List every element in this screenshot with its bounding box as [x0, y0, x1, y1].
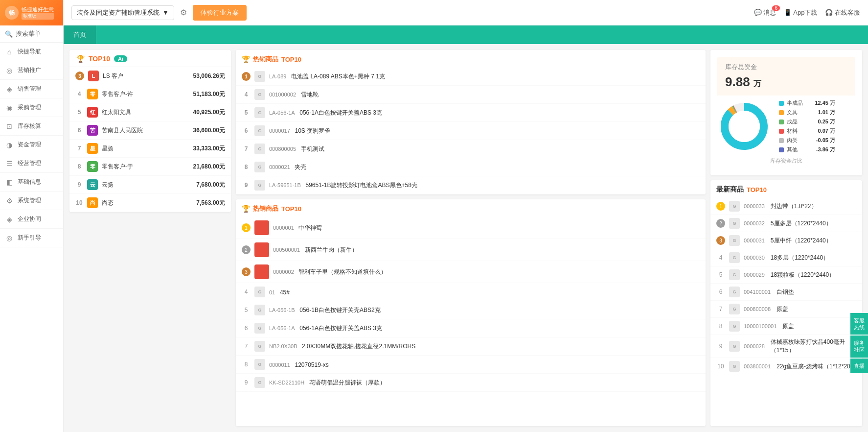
rank-number: 1 — [242, 223, 251, 232]
product-icon: G — [254, 305, 265, 315]
product-icon: G — [729, 269, 740, 280]
product-info: 0000011 12070519-xs — [269, 361, 329, 368]
rank-number: 4 — [242, 91, 251, 98]
guide-icon: ◎ — [5, 234, 14, 242]
customer-name: 苦南县人民医院 — [102, 126, 189, 135]
middle-panel: 🏆 热销商品 TOP10 1 G LA-089 电池盖 LA-089 ABS本色… — [236, 50, 706, 426]
product-code: 0000029 — [744, 272, 765, 278]
product-info: LA-089 电池盖 LA-089 ABS本色+黑种 7.1克 — [269, 72, 385, 81]
inventory-title: 库存总资金 — [725, 63, 847, 72]
product-code: 10000100001 — [744, 323, 777, 329]
list-item: 3 L LS 客户 53,006.26元 — [69, 67, 231, 85]
rank-number: 7 — [716, 306, 725, 312]
rank-number: 3 — [716, 236, 725, 245]
product-name: 白钢垫 — [777, 288, 794, 296]
list-item: 3 G 0000031 5厘中纤（1220*2440） — [710, 232, 862, 249]
product-code: 0000021 — [269, 164, 290, 170]
list-item: 1 G LA-089 电池盖 LA-089 ABS本色+黑种 7.1克 — [236, 68, 706, 86]
live-button[interactable]: 直播 — [850, 359, 868, 373]
avatar: 星 — [87, 143, 98, 154]
customer-amount: 21,680.00元 — [193, 163, 225, 171]
nav-label: 新手引导 — [18, 234, 41, 242]
product-name: 5厘多层（1220*2440） — [771, 219, 832, 228]
sidebar-item-enterprise[interactable]: ◈ 企业协同 — [0, 210, 63, 229]
sidebar-logo: 畅 畅捷通好生意 标准版 — [0, 0, 63, 25]
list-item: 4 G 0000030 18多层（1220*2440） — [710, 249, 862, 266]
hot-products-top-card: 🏆 热销商品 TOP10 1 G LA-089 电池盖 LA-089 ABS本色… — [236, 50, 706, 194]
list-item: 7 星 星扬 33,333.00元 — [69, 140, 231, 158]
sidebar-item-inventory[interactable]: ⊡ 库存核算 — [0, 117, 63, 136]
top10-label: TOP10 — [747, 186, 767, 193]
customer-service-button[interactable]: 客服热线 — [850, 313, 868, 335]
sidebar-item-finance[interactable]: ◑ 资金管理 — [0, 136, 63, 154]
sidebar-item-marketing[interactable]: ◎ 营销推广 — [0, 61, 63, 80]
list-item: 4 G 001000002 雪地靴 — [236, 86, 706, 104]
sidebar-item-purchase[interactable]: ◉ 采购管理 — [0, 98, 63, 117]
rank-number: 9 — [75, 181, 83, 188]
enterprise-icon: ◈ — [5, 216, 14, 223]
sidebar-item-guide[interactable]: ◎ 新手引导 — [0, 229, 63, 247]
inventory-ratio-label: 库存资金占比 — [717, 157, 855, 168]
list-item: 6 苦 苦南县人民医院 36,600.00元 — [69, 121, 231, 140]
product-name: 22g鱼豆腐-烧烤味（1*12*20） — [777, 362, 856, 371]
product-code: LA-056-1A — [269, 110, 295, 116]
product-image — [254, 242, 269, 257]
online-service-button[interactable]: 🎧 在线客服 — [825, 8, 860, 17]
sidebar-item-sales[interactable]: ◈ 销售管理 — [0, 80, 63, 98]
product-code: 0000017 — [269, 128, 290, 134]
product-icon: G — [729, 287, 740, 297]
legend-dot — [779, 147, 784, 152]
service-community-button[interactable]: 服务社区 — [850, 336, 868, 358]
product-code: LA-056-1B — [269, 307, 295, 313]
legend-label: 成品 — [787, 118, 803, 125]
search-menu[interactable]: 🔍 搜索菜单 — [0, 25, 63, 43]
product-name: 056-1A白色按键开关盖ABS 3克 — [299, 325, 382, 332]
sidebar-item-system[interactable]: ⚙ 系统管理 — [0, 192, 63, 210]
top-customers-header: 🏆 TOP10 Ai — [69, 50, 231, 67]
nav-label: 资金管理 — [18, 141, 41, 149]
list-item: 7 G 000800005 手机测试 — [236, 140, 706, 158]
product-name: 10S 变刹罗雀 — [295, 127, 330, 134]
top10-label: TOP10 — [281, 205, 301, 213]
hot-products-bottom-header: 🏆 热销商品 TOP10 — [236, 199, 706, 217]
donut-chart — [717, 99, 771, 153]
sidebar-item-operations[interactable]: ☰ 经营管理 — [0, 154, 63, 173]
rank-number: 4 — [242, 288, 251, 295]
product-code: 000800008 — [744, 306, 771, 312]
avatar: 零 — [87, 89, 98, 99]
trial-button[interactable]: 体验行业方案 — [193, 5, 247, 21]
trophy-icon: 🏆 — [242, 55, 250, 63]
headset-icon: 🎧 — [825, 9, 833, 16]
list-item: 3 0000002 智利车子里（规格不知道填什么） — [236, 261, 706, 283]
home-icon: ⌂ — [5, 48, 14, 56]
rank-number: 7 — [75, 145, 83, 152]
product-name: 12070519-xs — [295, 361, 328, 368]
message-button[interactable]: 💬 消息 6 — [754, 8, 777, 17]
product-code: LA-056-1A — [269, 325, 295, 331]
settings-button[interactable]: ⚙ — [180, 8, 187, 17]
product-code: 001000002 — [269, 92, 296, 97]
rank-number: 8 — [716, 323, 725, 330]
chevron-down-icon: ▼ — [162, 9, 169, 16]
tab-home[interactable]: 首页 — [64, 25, 96, 44]
top10-label: TOP10 — [281, 56, 301, 63]
nav-label: 采购管理 — [18, 103, 41, 112]
product-icon: G — [254, 377, 265, 388]
system-selector[interactable]: 装备及固定资产辅助管理系统 ▼ — [71, 5, 174, 20]
basic-icon: ◧ — [5, 178, 14, 186]
avatar: 零 — [87, 161, 98, 172]
customer-name: 零售客户-于 — [102, 163, 189, 171]
search-label: 搜索菜单 — [16, 29, 41, 38]
sidebar-item-basic-info[interactable]: ◧ 基础信息 — [0, 173, 63, 192]
product-code: 000800005 — [269, 146, 296, 152]
app-download-label: App下载 — [793, 9, 817, 16]
legend-value: 0.25 万 — [806, 118, 835, 125]
product-name: 原盖 — [777, 305, 788, 313]
product-info: 000800005 手机测试 — [269, 145, 324, 153]
product-icon: G — [729, 361, 740, 372]
sidebar-item-quick-nav[interactable]: ⌂ 快捷导航 — [0, 43, 63, 61]
nav-label: 经营管理 — [18, 159, 41, 168]
app-download-button[interactable]: 📱 App下载 — [784, 8, 817, 17]
product-name: 056-1A白色按键开关盖ABS 3克 — [299, 109, 382, 116]
product-name: 原盖 — [782, 322, 794, 331]
